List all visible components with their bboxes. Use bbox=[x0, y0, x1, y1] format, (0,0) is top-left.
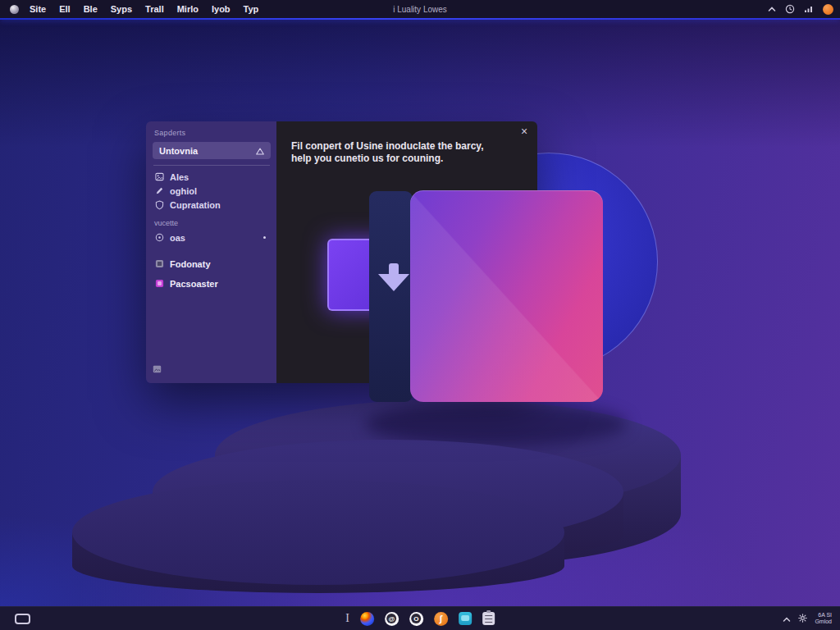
sidebar-selected-label: Untovnia bbox=[159, 146, 198, 156]
user-avatar[interactable] bbox=[823, 4, 833, 15]
menubar: Site Ell Ble Syps Trall Mirlo Iyob Typ i… bbox=[0, 0, 840, 18]
menu-item-ble[interactable]: Ble bbox=[84, 4, 98, 14]
menu-item-syps[interactable]: Syps bbox=[111, 4, 132, 14]
sidebar-item-oas[interactable]: oas bbox=[153, 231, 271, 244]
image-icon bbox=[155, 172, 164, 181]
sidebar-header: Sapderts bbox=[154, 129, 271, 137]
o-glyph bbox=[411, 614, 421, 623]
at-glyph bbox=[386, 614, 396, 623]
gear-icon[interactable] bbox=[798, 611, 807, 626]
phone-slab bbox=[369, 191, 413, 402]
menubar-title: i Luality Lowes bbox=[393, 5, 447, 14]
target-app-icon[interactable] bbox=[409, 612, 423, 626]
app-pink-icon bbox=[155, 279, 164, 288]
files-app-icon[interactable] bbox=[459, 612, 472, 625]
app-grey-icon bbox=[155, 259, 164, 268]
sidebar-item-label: Cupratation bbox=[170, 200, 221, 210]
launcher-outline-icon[interactable] bbox=[15, 614, 30, 624]
thumbnail-icon[interactable] bbox=[153, 362, 162, 377]
clock-date: Gmlod bbox=[815, 619, 832, 625]
bottom-step-top bbox=[72, 480, 564, 585]
menu-item-mirlo[interactable]: Mirlo bbox=[177, 4, 199, 14]
integral-app-icon[interactable] bbox=[434, 612, 448, 626]
download-arrow-head bbox=[378, 274, 409, 291]
sidebar-item-label: Ales bbox=[170, 172, 189, 182]
chevron-up-icon[interactable] bbox=[768, 6, 776, 12]
menubar-tray bbox=[768, 0, 833, 18]
pen-icon bbox=[155, 186, 164, 195]
firefox-icon[interactable] bbox=[360, 612, 374, 626]
sidebar-item-selected[interactable]: Untovnia bbox=[153, 142, 271, 159]
sidebar-item-label: oas bbox=[170, 233, 185, 243]
menu-item-trall[interactable]: Trall bbox=[145, 4, 164, 14]
taskbar-clock[interactable]: 6A SI Gmlod bbox=[815, 612, 832, 625]
sidebar-divider bbox=[153, 165, 270, 166]
sidebar-item-cupratation[interactable]: Cupratation bbox=[153, 198, 271, 212]
sidebar-footer: Fodonaty Pacsoaster bbox=[153, 256, 271, 291]
sidebar-item-fodonaty[interactable]: Fodonaty bbox=[153, 256, 271, 272]
close-icon[interactable]: × bbox=[518, 125, 531, 138]
menu-items: Site Ell Ble Syps Trall Mirlo Iyob Typ bbox=[30, 4, 258, 14]
pink-cube bbox=[410, 190, 603, 402]
clipboard-app-icon[interactable] bbox=[482, 612, 495, 625]
notification-dot bbox=[263, 236, 266, 239]
sidebar-item-label: Pacsoaster bbox=[170, 279, 218, 289]
clock-time: 6A SI bbox=[815, 612, 832, 619]
menu-item-typ[interactable]: Typ bbox=[244, 4, 259, 14]
text-cursor-icon[interactable] bbox=[345, 613, 349, 624]
sidebar-item-label: Fodonaty bbox=[170, 259, 211, 269]
dock bbox=[345, 607, 495, 630]
shield-icon bbox=[155, 200, 164, 210]
dialog-message: Fil conpert of Usine inoduclate the barc… bbox=[291, 140, 496, 165]
dialog-sidebar: Sapderts Untovnia Ales oghiol Cupratatio… bbox=[146, 121, 276, 383]
wall-light-edge bbox=[0, 18, 840, 20]
sidebar-item-label: oghiol bbox=[170, 186, 197, 196]
sidebar-item-pacsoaster[interactable]: Pacsoaster bbox=[153, 276, 271, 291]
chevron-up-icon[interactable] bbox=[783, 611, 791, 626]
download-arrow-icon bbox=[378, 263, 409, 293]
sidebar-item-ales[interactable]: Ales bbox=[153, 170, 271, 184]
disc-icon bbox=[155, 233, 164, 242]
taskbar: 6A SI Gmlod bbox=[0, 606, 840, 630]
sidebar-section-label: vucette bbox=[154, 219, 271, 227]
at-app-icon[interactable] bbox=[385, 612, 399, 626]
menu-item-ell[interactable]: Ell bbox=[59, 4, 70, 14]
menu-item-iyob[interactable]: Iyob bbox=[212, 4, 231, 14]
system-logo-icon[interactable] bbox=[10, 5, 19, 14]
taskbar-right: 6A SI Gmlod bbox=[783, 607, 832, 630]
warning-triangle-icon bbox=[256, 144, 264, 158]
signal-bars-icon[interactable] bbox=[804, 5, 814, 13]
clock-icon[interactable] bbox=[785, 4, 795, 14]
sidebar-item-oghiol[interactable]: oghiol bbox=[153, 184, 271, 198]
menu-item-site[interactable]: Site bbox=[30, 4, 46, 14]
